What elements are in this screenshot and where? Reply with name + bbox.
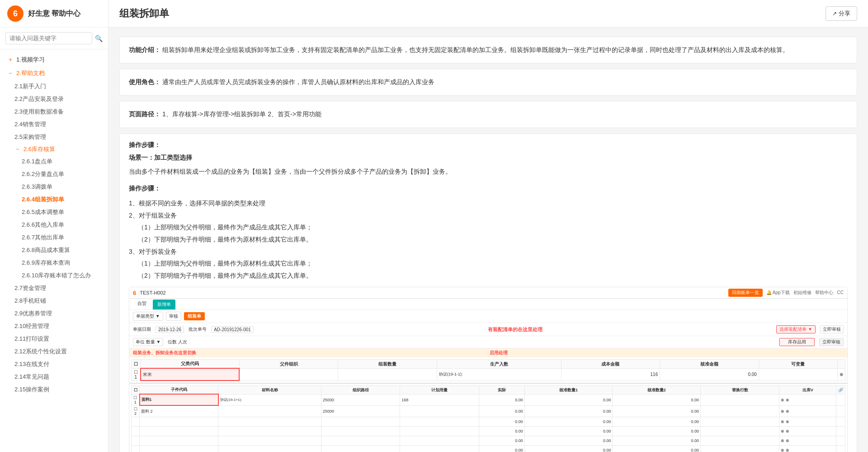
sidebar-item-data-prep[interactable]: 2.3使用前数据准备	[14, 105, 108, 118]
td2-out2: ⊕ ⊗	[779, 405, 836, 417]
search-box: 🔍	[0, 28, 108, 49]
td2-sub-code[interactable]: 面料1	[140, 394, 218, 405]
app-form2: 单位 数量 ▼ 位数 人次 库存品用 立即审核	[129, 336, 847, 348]
th-prod-in: 生产入数	[437, 360, 561, 369]
td-check: ☐ 1	[132, 368, 141, 381]
td2-app2-2: 0.00	[613, 405, 701, 417]
sidebar-item-operation[interactable]: 2.10经营管理	[14, 320, 108, 333]
sidebar-item-mobile[interactable]: 2.8手机旺铺	[14, 295, 108, 307]
search-icon[interactable]: 🔍	[95, 35, 103, 42]
td2-empty-6	[132, 445, 140, 452]
app-tabs: 自贸 新增单	[129, 299, 847, 310]
lower-table-row-empty: 0.00 0.00 0.00 ⊕ ⊗	[132, 445, 845, 452]
sidebar-item-finance[interactable]: 2.7资金管理	[14, 282, 108, 295]
sidebar-item-other-out[interactable]: 2.6.7其他出库单	[22, 231, 108, 244]
collapse-icon: －	[7, 69, 14, 77]
lower-table-row-empty: 0.00 0.00 0.00 ⊕ ⊗	[132, 426, 845, 436]
sidebar-item-label: 2.帮助文档	[16, 69, 45, 77]
toolbar-doc-type[interactable]: 单据类型 ▼	[133, 312, 163, 321]
form-bom-btn[interactable]: 选择装配清单 ▼	[776, 325, 816, 333]
th-parent-org: 父件组织	[239, 360, 338, 369]
sidebar-item-inventory[interactable]: － 2.6库存核算	[14, 143, 108, 155]
td2-empty-5d	[321, 436, 400, 445]
form-confirm-btn[interactable]: 立即审核	[819, 338, 844, 346]
lower-table-row-empty: 0.00 0.00 0.00 ⊕ ⊗	[132, 436, 845, 445]
td2-empty-3d	[321, 417, 400, 426]
sidebar-item-print[interactable]: 2.11打印设置	[14, 333, 108, 345]
sidebar-item-partial-stocktake[interactable]: 2.6.2分量盘点单	[22, 168, 108, 181]
sidebar-item-cost-recalc[interactable]: 2.6.8商品成本重算	[22, 244, 108, 257]
role-card: 使用角色： 通常由生产人员或库管人员完成拆装业务的操作，库管人员确认原材料的出库…	[119, 69, 857, 95]
sidebar-item-sales[interactable]: 2.4销售管理	[14, 118, 108, 131]
td2-empty-3f: 0.00	[479, 417, 524, 426]
sidebar-item-assembly[interactable]: 2.6.4组装拆卸单	[22, 193, 108, 206]
share-button[interactable]: ↗ 分享	[826, 6, 857, 21]
tab-new[interactable]: 新增单	[153, 300, 175, 309]
td2-plan2	[400, 405, 479, 417]
th2-approved1: 核准数量1	[524, 386, 613, 395]
toolbar-assembly[interactable]: 组装单	[184, 312, 205, 320]
sidebar-item-stock-error[interactable]: 2.6.10库存账本错了怎么办	[22, 269, 108, 282]
td2-empty-3j: ⊕ ⊗	[779, 417, 836, 426]
logo-icon: 6	[7, 5, 24, 22]
annotation-enable: 启用处理	[490, 350, 508, 356]
td-parent-code[interactable]: 米米	[141, 368, 240, 381]
td-action[interactable]: ⊕	[838, 368, 845, 381]
sidebar-item-online-pay[interactable]: 2.13在线支付	[14, 358, 108, 371]
td2-empty-6c	[218, 445, 321, 452]
app-topbar: 6 TEST-H002 同期账单一览 🔔 App下载 初始维修 帮助中心 CC	[129, 287, 847, 299]
upper-table: ☐ 父类代码 父件组织 组装数量 生产入数 成本金额 核准金额 可变量	[131, 359, 845, 381]
toolbar-approve[interactable]: 审核	[166, 312, 181, 321]
tab-extra	[177, 302, 186, 306]
sidebar-item-stocktake[interactable]: 2.6.1盘点单	[22, 155, 108, 168]
ops-heading: 操作步骤：	[129, 141, 848, 149]
nav-list: ＋ 1.视频学习 － 2.帮助文档 2.1新手入门 2.2产品安装及登录 2.3…	[0, 49, 108, 452]
sidebar-item-customize[interactable]: 2.12系统个性化设置	[14, 345, 108, 358]
function-intro-label: 功能介绍：	[129, 46, 160, 53]
td2-empty-5j: ⊕ ⊗	[779, 436, 836, 445]
sidebar-item-beginner[interactable]: 2.1新手入门	[14, 80, 108, 93]
tab-home[interactable]: 自贸	[133, 299, 151, 309]
td2-empty-6d	[321, 445, 400, 452]
td2-ops2	[836, 405, 845, 417]
app-bill-btn[interactable]: 同期账单一览	[728, 289, 763, 297]
role-label: 使用角色：	[129, 78, 160, 86]
td2-org2: 25000	[321, 405, 400, 417]
form-group-value[interactable]: AD-20191226-001	[211, 326, 254, 333]
td2-sub-code2: 面料 2	[140, 405, 218, 417]
td2-empty-6h: 0.00	[613, 445, 701, 452]
td2-empty-6k	[836, 445, 845, 452]
td2-empty-5c	[218, 436, 321, 445]
sidebar-item-coupon[interactable]: 2.9优惠券管理	[14, 307, 108, 320]
form-stock-input[interactable]: 库存品用	[779, 338, 815, 346]
sidebar-item-purchase[interactable]: 2.5采购管理	[14, 131, 108, 143]
path-label: 页面路径：	[129, 110, 160, 118]
form-date-label: 单据日期	[133, 326, 151, 333]
td2-empty-6f: 0.00	[479, 445, 524, 452]
table-row: ☐ 1 米米 协议(19-1-1): 116 0.00 ⊕	[132, 368, 845, 381]
form-approve-btn[interactable]: 立即审核	[820, 325, 844, 333]
sidebar-item-docs[interactable]: － 2.帮助文档	[0, 67, 108, 80]
sidebar-item-video[interactable]: ＋ 1.视频学习	[0, 53, 108, 67]
scene1-desc: 当由多个子件材料组装成一个成品的业务为【组装】业务，当由一个父件拆分成多个子产品…	[129, 166, 848, 178]
form-date-value[interactable]: 2019-12-26	[156, 326, 184, 333]
sidebar-item-transfer[interactable]: 2.6.3调拨单	[22, 181, 108, 193]
sidebar-item-cases[interactable]: 2.15操作案例	[14, 383, 108, 396]
sidebar-item-cost-adjust[interactable]: 2.6.5成本调整单	[22, 206, 108, 219]
form-unit-count[interactable]: 单位 数量 ▼	[133, 338, 163, 346]
td2-org-path: 25000	[321, 394, 400, 405]
sidebar-item-other-in[interactable]: 2.6.6其他入库单	[22, 219, 108, 231]
search-input[interactable]	[5, 32, 92, 44]
td-parent-org	[239, 368, 338, 381]
td2-empty-3h: 0.00	[613, 417, 701, 426]
th2-plan-qty: 计划用量	[400, 386, 479, 395]
td2-actual2: 0.00	[479, 405, 524, 417]
sidebar-item-faq[interactable]: 2.14常见问题	[14, 371, 108, 383]
path-card: 页面路径： 1、库存核算->库存管理->组装拆卸单 2、首页->常用功能	[119, 101, 857, 128]
td2-empty-5i	[701, 436, 779, 445]
upper-table-container: ☐ 父类代码 父件组织 组装数量 生产入数 成本金额 核准金额 可变量	[129, 357, 847, 383]
td2-empty-5	[132, 436, 140, 445]
td2-ops	[836, 394, 845, 405]
sidebar-item-install[interactable]: 2.2产品安装及登录	[14, 93, 108, 105]
sidebar-item-stock-ledger[interactable]: 2.6.9库存账本查询	[22, 257, 108, 269]
